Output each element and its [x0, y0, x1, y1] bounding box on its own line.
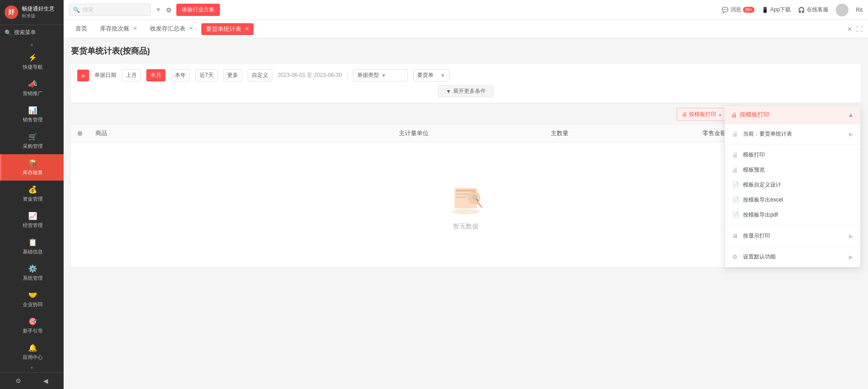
svg-rect-3 [456, 193, 469, 195]
tab-order-stats[interactable]: 要货单统计表 ✕ [201, 23, 254, 35]
app-logo: 好 畅捷通好生意 标准版 [0, 0, 64, 25]
sidebar-item-inventory[interactable]: 📦 库存核算 [0, 154, 64, 181]
tab-close-all-btn[interactable]: ✕ [847, 25, 853, 33]
th-goods: 商品 [95, 129, 399, 137]
sidebar-item-system[interactable]: ⚙️ 系统管理 [0, 260, 64, 286]
tab-batch-account[interactable]: 库存批次账 ✕ [94, 21, 144, 37]
basic-info-icon: 📋 [28, 238, 37, 247]
sidebar-item-sales[interactable]: 📊 销售管理 [0, 101, 64, 128]
date-this-year-btn[interactable]: 本年 [171, 69, 190, 81]
tab-close-batch[interactable]: ✕ [133, 25, 137, 31]
dropdown-printer-icon: 🖨 [731, 111, 737, 118]
online-service-action[interactable]: 🎧 在线客服 [798, 6, 828, 14]
print-template-btn[interactable]: 🖨 按模板打印 ▲ [677, 108, 728, 121]
dropdown-current-template[interactable]: 🖨 当前：要货单统计表 ▶ [725, 126, 860, 141]
tab-close-order-stats[interactable]: ✕ [245, 26, 249, 32]
dropdown-display-print[interactable]: 🖥 按显示打印 ▶ [725, 228, 860, 243]
sidebar-item-finance[interactable]: 💰 资金管理 [0, 181, 64, 207]
logo-icon: 好 [5, 5, 18, 19]
app-center-icon: 🔔 [28, 344, 37, 352]
date-custom-btn[interactable]: 自定义 [248, 69, 272, 81]
date-filter-label: 单据日期 [95, 71, 116, 79]
dropdown-template-preview[interactable]: 🖨 模板预览 [725, 162, 860, 177]
sidebar: 好 畅捷通好生意 标准版 🔍 搜索菜单 ▲ ⚡ 快捷导航 📣 营销推广 📊 销售… [0, 0, 64, 389]
dropdown-section-set-default: ⚙ 设置默认功能 ▶ [725, 247, 860, 267]
sidebar-item-basic-info[interactable]: 📋 基础信息 [0, 233, 64, 260]
page-area: 要货单统计表(按商品) » 单据日期 上月 本月 本年 近7天 更多 自定义 2… [64, 38, 868, 389]
user-avatar[interactable] [836, 4, 848, 16]
order-type-select[interactable]: 单据类型 ▼ [353, 69, 408, 81]
sidebar-item-app-center[interactable]: 🔔 应用中心 [0, 339, 64, 364]
logo-text: 畅捷通好生意 标准版 [22, 5, 55, 19]
page-title: 要货单统计表(按商品) [71, 45, 861, 56]
settings-bottom-btn[interactable]: ⚙ [15, 377, 21, 384]
order-dest-select[interactable]: 要货单 ▼ [413, 69, 449, 81]
topbar-dropdown-icon[interactable]: ▼ [155, 6, 161, 13]
date-range-text: 2023-06-01 至 2023-06-30 [278, 71, 342, 79]
sidebar-search[interactable]: 🔍 搜索菜单 [0, 25, 64, 40]
dropdown-template-custom[interactable]: 📄 模板自定义设计 [725, 177, 860, 192]
svg-point-0 [452, 209, 479, 214]
template-custom-icon: 📄 [732, 182, 739, 188]
current-arrow-icon: ▶ [849, 131, 853, 137]
tabs-bar: 首页 库存批次账 ✕ 收发存汇总表 ✕ 要货单统计表 ✕ ✕ ⛶ [64, 20, 868, 38]
date-7days-btn[interactable]: 近7天 [195, 69, 218, 81]
order-type-arrow-icon: ▼ [381, 72, 386, 79]
expand-more-row: ▼ 展开更多条件 [77, 85, 854, 97]
topbar-search-icon: 🔍 [73, 7, 80, 13]
finance-icon: 💰 [28, 185, 37, 194]
template-print-icon: 🖨 [732, 152, 739, 158]
quick-nav-icon: ⚡ [28, 53, 37, 62]
message-icon: 💬 [722, 7, 728, 13]
tab-maximize-btn[interactable]: ⛶ [856, 25, 863, 33]
dropdown-section-current: 🖨 当前：要货单统计表 ▶ [725, 124, 860, 145]
topbar: 🔍 搜索 ▼ ⚙ 体验行业方案 💬 消息 99+ 📱 App下载 🎧 在线客服 … [64, 0, 868, 20]
sidebar-item-quick-nav[interactable]: ⚡ 快捷导航 [0, 49, 64, 75]
date-more-btn[interactable]: 更多 [223, 69, 242, 81]
sidebar-item-operations[interactable]: 📈 经营管理 [0, 207, 64, 233]
dropdown-close-btn[interactable]: ▲ [848, 111, 854, 118]
date-last-month-btn[interactable]: 上月 [122, 69, 141, 81]
inventory-icon: 📦 [28, 159, 37, 167]
expand-more-btn[interactable]: ▼ 展开更多条件 [438, 85, 494, 97]
svg-rect-4 [456, 197, 466, 198]
sidebar-scroll-up[interactable]: ▲ [0, 40, 64, 49]
th-qty: 主数量 [551, 129, 703, 137]
purchase-icon: 🛒 [28, 132, 37, 141]
dropdown-export-excel[interactable]: 📄 按模板导出excel [725, 192, 860, 207]
filter-card: » 单据日期 上月 本月 本年 近7天 更多 自定义 2023-06-01 至 … [71, 64, 861, 103]
dropdown-section-display-print: 🖥 按显示打印 ▶ [725, 226, 860, 247]
trial-button[interactable]: 体验行业方案 [176, 4, 220, 16]
sidebar-item-guide[interactable]: 🎯 新手引导 [0, 313, 64, 339]
sidebar-scroll-down[interactable]: ▼ [0, 364, 64, 372]
tab-receipt-summary[interactable]: 收发存汇总表 ✕ [144, 21, 200, 37]
dropdown-set-default[interactable]: ⚙ 设置默认功能 ▶ [725, 249, 860, 264]
tab-close-receipt[interactable]: ✕ [189, 25, 193, 31]
sidebar-item-enterprise[interactable]: 🤝 企业协同 [0, 286, 64, 313]
display-arrow-icon: ▶ [849, 233, 853, 239]
filter-expand-btn[interactable]: » [77, 70, 89, 81]
message-action[interactable]: 💬 消息 99+ [722, 6, 754, 14]
dropdown-section-templates: 🖨 模板打印 🖨 模板预览 📄 模板自定义设计 📄 按模板导出excel 📄 [725, 145, 860, 226]
topbar-gear-icon[interactable]: ⚙ [166, 6, 172, 14]
guide-icon: 🎯 [28, 317, 37, 326]
enterprise-icon: 🤝 [28, 291, 37, 299]
sales-icon: 📊 [28, 106, 37, 115]
app-download-action[interactable]: 📱 App下载 [762, 6, 791, 14]
dropdown-template-print[interactable]: 🖨 模板打印 [725, 147, 860, 162]
sidebar-item-marketing[interactable]: 📣 营销推广 [0, 75, 64, 101]
tab-home[interactable]: 首页 [69, 21, 94, 37]
dropdown-header: 🖨 按模板打印 ▲ [725, 106, 860, 124]
date-this-month-btn[interactable]: 本月 [146, 69, 165, 81]
topbar-search[interactable]: 🔍 搜索 [69, 4, 151, 16]
collapse-sidebar-btn[interactable]: ◀ [43, 377, 48, 384]
printer-icon: 🖨 [682, 111, 687, 117]
th-settings[interactable]: ⚙ [77, 129, 95, 137]
print-dropdown-panel: 🖨 按模板打印 ▲ 🖨 当前：要货单统计表 ▶ 🖨 模板打印 [724, 106, 861, 268]
export-pdf-icon: 📄 [732, 212, 739, 218]
sidebar-item-purchase[interactable]: 🛒 采购管理 [0, 128, 64, 154]
export-excel-icon: 📄 [732, 197, 739, 203]
dropdown-export-pdf[interactable]: 📄 按模板导出pdf [725, 207, 860, 222]
th-unit: 主计量单位 [399, 129, 551, 137]
headset-icon: 🎧 [798, 7, 805, 13]
